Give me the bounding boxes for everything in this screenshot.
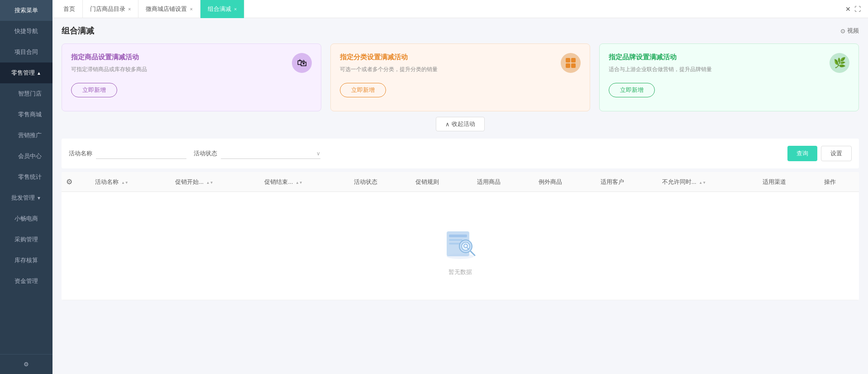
sort-arrows-icon[interactable]: ▲▼ <box>296 181 303 185</box>
empty-row: 暂无数据 <box>62 192 859 300</box>
sidebar-item-wholesale[interactable]: 批发管理 ▼ <box>0 187 52 208</box>
svg-rect-6 <box>449 235 467 237</box>
leaf-icon: 🌿 <box>834 57 846 69</box>
col-label: 操作 <box>824 178 836 185</box>
close-icon[interactable]: × <box>234 6 237 12</box>
filter-activity-name: 活动名称 <box>69 148 186 159</box>
product-card-desc: 可指定滞销商品或库存较多商品 <box>71 65 312 74</box>
empty-state: 暂无数据 <box>66 197 854 294</box>
sidebar-item-search[interactable]: 搜索菜单 <box>0 0 52 21</box>
category-card-icon <box>561 53 581 73</box>
filter-row: 活动名称 活动状态 ∨ 查询 设置 <box>62 139 859 168</box>
sort-arrows-icon[interactable]: ▲▼ <box>699 181 706 185</box>
col-label: 活动状态 <box>354 178 377 185</box>
col-promo-end: 促销结束... ▲▼ <box>260 172 349 192</box>
gear-icon: ⚙ <box>24 361 29 368</box>
brand-card-add-button[interactable]: 立即新增 <box>609 83 655 97</box>
activity-status-select-wrap[interactable]: ∨ <box>221 148 320 159</box>
sort-arrows-icon[interactable]: ▲▼ <box>206 181 214 185</box>
sidebar-item-marketing[interactable]: 营销推广 <box>0 125 52 146</box>
tab-product-catalog[interactable]: 门店商品目录 × <box>83 0 138 18</box>
column-settings-icon[interactable]: ⚙ <box>66 178 72 186</box>
collapse-row: ∧ 收起活动 <box>62 117 859 131</box>
filter-activity-status: 活动状态 ∨ <box>194 148 320 159</box>
activity-cards: 🛍 指定商品设置满减活动 可指定滞销商品或库存较多商品 立即新增 指定分类设置满… <box>62 43 859 111</box>
activity-name-label: 活动名称 <box>69 149 92 158</box>
close-icon[interactable]: × <box>190 6 192 12</box>
sidebar-item-label: 采购管理 <box>14 236 38 243</box>
col-operation: 操作 <box>820 172 859 192</box>
sort-arrows-icon[interactable]: ▲▼ <box>121 181 129 185</box>
col-label: 不允许同时... <box>662 178 696 185</box>
sidebar-item-label: 项目合同 <box>14 48 38 55</box>
col-exception-goods: 例外商品 <box>534 172 596 192</box>
sidebar-item-label: 零售统计 <box>18 173 42 180</box>
sidebar-settings-button[interactable]: ⚙ <box>0 354 52 374</box>
col-applicable-goods: 适用商品 <box>472 172 534 192</box>
sidebar-item-retail[interactable]: 零售管理 ▲ <box>0 62 52 83</box>
sidebar-item-label: 小畅电商 <box>14 215 38 222</box>
product-activity-card: 🛍 指定商品设置满减活动 可指定滞销商品或库存较多商品 立即新增 <box>62 43 321 111</box>
tab-ministore-settings[interactable]: 微商城店铺设置 × <box>138 0 200 18</box>
page-content: 组合满减 ⊙ 视频 🛍 指定商品设置满减活动 可指定滞销商品或库存较多商品 立即… <box>52 18 868 374</box>
collapse-activities-button[interactable]: ∧ 收起活动 <box>436 117 485 131</box>
category-activity-card: 指定分类设置满减活动 可选一个或者多个分类，提升分类的销量 立即新增 <box>330 43 590 111</box>
activity-status-input[interactable] <box>221 150 316 157</box>
brand-activity-card: 🌿 指定品牌设置满减活动 适合与上游企业联合做营销，提升品牌销量 立即新增 <box>599 43 859 111</box>
sidebar: 搜索菜单 快捷导航 项目合同 零售管理 ▲ 智慧门店 零售商城 营销推广 会员中… <box>0 0 52 374</box>
grid-icon <box>565 57 577 69</box>
sidebar-item-contract[interactable]: 项目合同 <box>0 42 52 62</box>
sidebar-item-retailmall[interactable]: 零售商城 <box>0 104 52 125</box>
category-card-add-button[interactable]: 立即新增 <box>340 83 386 97</box>
tab-combo-discount[interactable]: 组合满减 × <box>200 0 244 18</box>
sidebar-item-inventory[interactable]: 库存核算 <box>0 250 52 271</box>
col-applicable-channel: 适用渠道 <box>758 172 820 192</box>
tab-product-catalog-label: 门店商品目录 <box>90 5 125 13</box>
collapse-label: 收起活动 <box>452 120 475 128</box>
video-label: 视频 <box>847 27 859 35</box>
filter-buttons: 查询 设置 <box>787 146 852 161</box>
sidebar-item-label: 库存核算 <box>14 257 38 264</box>
category-card-desc: 可选一个或者多个分类，提升分类的销量 <box>340 65 581 74</box>
col-label: 促销结束... <box>264 178 293 185</box>
main-area: 首页 门店商品目录 × 微商城店铺设置 × 组合满减 × ✕ ⛶ 组合满减 ⊙ … <box>52 0 868 374</box>
col-label: 适用渠道 <box>763 178 786 185</box>
sidebar-item-quicknav[interactable]: 快捷导航 <box>0 21 52 42</box>
page-header: 组合满减 ⊙ 视频 <box>62 25 859 36</box>
col-label: 促销规则 <box>415 178 439 185</box>
expand-window-icon[interactable]: ⛶ <box>854 5 861 13</box>
video-button[interactable]: ⊙ 视频 <box>840 27 859 35</box>
sidebar-item-label: 会员中心 <box>18 153 42 159</box>
empty-illustration <box>438 225 483 261</box>
close-window-icon[interactable]: ✕ <box>845 5 851 13</box>
brand-card-icon: 🌿 <box>830 53 849 73</box>
sidebar-item-ecommerce[interactable]: 小畅电商 <box>0 208 52 229</box>
sidebar-item-membership[interactable]: 会员中心 <box>0 146 52 167</box>
col-applicable-customer: 适用客户 <box>596 172 658 192</box>
topbar-right-controls: ✕ ⛶ <box>845 5 864 13</box>
activity-name-input[interactable] <box>96 148 186 159</box>
col-promo-start: 促销开始... ▲▼ <box>171 172 260 192</box>
sidebar-item-finance[interactable]: 资金管理 <box>0 271 52 292</box>
sidebar-item-label: 搜索菜单 <box>14 7 38 14</box>
sidebar-item-label: 智慧门店 <box>18 90 42 97</box>
sidebar-item-label: 零售管理 <box>11 69 35 77</box>
settings-button[interactable]: 设置 <box>821 146 852 161</box>
tab-home-label: 首页 <box>63 5 75 13</box>
tab-ministore-settings-label: 微商城店铺设置 <box>146 5 187 13</box>
sidebar-item-smartstore[interactable]: 智慧门店 <box>0 83 52 104</box>
product-card-title: 指定商品设置满减活动 <box>71 53 312 62</box>
close-icon[interactable]: × <box>128 6 131 12</box>
product-card-add-button[interactable]: 立即新增 <box>71 83 117 97</box>
svg-rect-1 <box>571 58 576 62</box>
category-card-title: 指定分类设置满减活动 <box>340 53 581 62</box>
sidebar-item-retailstats[interactable]: 零售统计 <box>0 167 52 187</box>
table: ⚙ 活动名称 ▲▼ 促销开始... ▲▼ 促销结束... ▲▼ <box>62 172 859 300</box>
query-button[interactable]: 查询 <box>787 146 817 161</box>
activity-status-label: 活动状态 <box>194 149 217 158</box>
tab-combo-discount-label: 组合满减 <box>208 5 231 13</box>
svg-rect-2 <box>566 63 570 68</box>
sidebar-item-purchase[interactable]: 采购管理 <box>0 229 52 250</box>
empty-state-cell: 暂无数据 <box>62 192 859 300</box>
tab-home[interactable]: 首页 <box>56 0 83 18</box>
